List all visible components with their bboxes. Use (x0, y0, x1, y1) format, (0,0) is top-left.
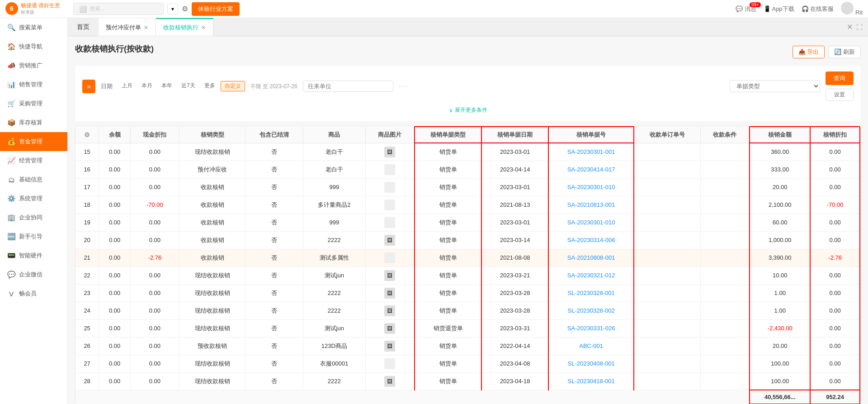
td-doc-type: 销货单 (415, 161, 481, 178)
sidebar-item-sales[interactable]: 📊 销售管理 (0, 75, 67, 94)
refresh-btn[interactable]: 🔄 刷新 (828, 46, 861, 58)
td-condition (700, 266, 750, 284)
doc-no-link[interactable]: SL-20230328-002 (568, 307, 615, 314)
td-doc-no: SA-20230331-026 (548, 319, 634, 337)
tab-bar-right: ✕ ⛶ (847, 23, 868, 31)
doc-no-link[interactable]: SL-20230328-001 (568, 290, 615, 296)
sidebar-item-finance[interactable]: 💰 资金管理 (0, 132, 67, 151)
col-settings-icon[interactable]: ⚙ (84, 131, 90, 138)
td-write-off-type: 收款核销 (179, 214, 245, 231)
tab-home[interactable]: 首页 (68, 18, 99, 36)
td-balance: 0.00 (99, 249, 131, 266)
td-amount: -2,430.00 (750, 319, 810, 337)
sidebar-item-shortcut[interactable]: 🏠 快捷导航 (0, 37, 67, 56)
tab-receipt[interactable]: 收款核销执行 ✕ (156, 18, 213, 36)
online-service-btn[interactable]: 🎧 在线客服 (802, 5, 834, 13)
doc-no-link[interactable]: SA-20230414-017 (567, 166, 615, 173)
user-avatar (841, 2, 854, 14)
sidebar-item-hardware[interactable]: 📟 智能硬件 (0, 246, 67, 265)
date-tab-last-month[interactable]: 上月 (118, 81, 136, 91)
td-goods: 衣服00001 (303, 355, 365, 372)
export-btn[interactable]: 📤 导出 (793, 46, 825, 58)
td-order-no (634, 319, 700, 337)
date-tab-this-month[interactable]: 本月 (138, 81, 156, 91)
td-write-off-type: 现结收款核销 (179, 302, 245, 319)
td-cash-discount: 0.00 (130, 372, 179, 390)
goods-img-cell: 🖼 (365, 337, 415, 355)
doc-no-link[interactable]: SA-20230314-008 (567, 237, 615, 243)
td-goods: 测试jun (303, 266, 365, 284)
td-condition (700, 337, 750, 355)
doc-no-link[interactable]: ABC-001 (579, 342, 603, 349)
date-tab-7days[interactable]: 近7天 (178, 81, 199, 91)
doc-no-link[interactable]: SA-20210808-001 (567, 254, 615, 261)
sidebar-item-purchase[interactable]: 🛒 采购管理 (0, 94, 67, 113)
industry-btn[interactable]: 休验行业方案 (192, 2, 240, 16)
td-order-no (634, 214, 700, 231)
tab-prepay-close[interactable]: ✕ (144, 24, 148, 31)
sidebar-item-system[interactable]: ⚙️ 系统管理 (0, 189, 67, 208)
td-no: 26 (75, 337, 99, 355)
doc-no-link[interactable]: SL-20230418-001 (568, 378, 615, 385)
home-icon: 🏠 (7, 43, 15, 51)
voucher-type-select[interactable]: 单据类型 (730, 80, 820, 92)
message-badge: 99+ (750, 2, 761, 7)
message-btn[interactable]: 💬 消息 99+ (736, 5, 756, 13)
td-write-off-type: 现结收款核销 (179, 355, 245, 372)
date-tab-more[interactable]: 更多 (201, 81, 219, 91)
td-included: 否 (245, 161, 303, 178)
goods-img-cell (365, 355, 415, 372)
td-cash-discount: 0.00 (130, 143, 179, 161)
tab-receipt-close[interactable]: ✕ (201, 24, 206, 31)
gear-btn[interactable]: ⚙ (182, 5, 188, 13)
sidebar-item-operation[interactable]: 📈 经营管理 (0, 151, 67, 170)
sidebar-item-corp[interactable]: 🏢 企业协同 (0, 208, 67, 227)
sidebar-item-marketing[interactable]: 📣 营销推广 (0, 56, 67, 75)
doc-no-link[interactable]: SA-20230331-026 (567, 325, 615, 332)
td-balance: 0.00 (99, 143, 131, 161)
settings-btn[interactable]: 设置 (826, 89, 854, 101)
sidebar-item-member[interactable]: V 畅会员 (0, 284, 67, 303)
td-amount: 2,100.00 (750, 196, 810, 214)
td-no: 19 (75, 214, 99, 231)
table-row: 24 0.00 0.00 现结收款核销 否 2222 🖼 销货单 2023-03… (75, 302, 860, 319)
doc-no-link[interactable]: SA-20230301-001 (567, 148, 615, 155)
dropdown-btn[interactable]: ▾ (167, 4, 178, 14)
date-tab-this-year[interactable]: 本年 (158, 81, 176, 91)
partner-input[interactable] (303, 81, 393, 92)
window-expand-btn[interactable]: ⛶ (856, 24, 863, 31)
guide-icon: 🆕 (7, 233, 15, 241)
expand-filter-btn[interactable]: » (82, 80, 95, 93)
total-discount: 952.24 (810, 390, 860, 404)
sidebar-item-inventory[interactable]: 📦 库存核算 (0, 113, 67, 132)
totals-label (75, 390, 750, 404)
td-cash-discount: -70.00 (130, 196, 179, 214)
td-cash-discount: 0.00 (130, 284, 179, 302)
sidebar-item-guide[interactable]: 🆕 新手引导 (0, 227, 67, 246)
sidebar-item-search[interactable]: 🔍 搜索菜单 (0, 18, 67, 37)
td-no: 22 (75, 266, 99, 284)
top-center: ⬜ 搜索... ▾ ⚙ 休验行业方案 (73, 2, 736, 16)
expand-more-btn[interactable]: ∨ 展开更多条件 (82, 105, 854, 116)
query-btn[interactable]: 查询 (826, 71, 854, 85)
search-box[interactable]: ⬜ 搜索... (73, 3, 164, 15)
sidebar-item-wechat[interactable]: 💬 企业微信 (0, 265, 67, 284)
window-close-btn[interactable]: ✕ (847, 23, 853, 31)
app-download-btn[interactable]: 📱 App下载 (764, 5, 794, 13)
td-balance: 0.00 (99, 355, 131, 372)
tab-prepay[interactable]: 预付冲应付单 ✕ (99, 18, 156, 36)
finance-icon: 💰 (7, 138, 15, 146)
td-order-no (634, 284, 700, 302)
user-area[interactable]: Rit (841, 2, 863, 16)
td-doc-type: 销货单 (415, 196, 481, 214)
td-order-no (634, 372, 700, 390)
doc-no-link[interactable]: SA-20230301-010 (567, 184, 615, 190)
doc-no-link[interactable]: SA-20230301-010 (567, 219, 615, 226)
doc-no-link[interactable]: SA-20230321-012 (567, 272, 615, 279)
td-amount: 100.00 (750, 372, 810, 390)
doc-no-link[interactable]: SA-20210813-001 (567, 201, 615, 208)
sidebar-item-basic[interactable]: 🗂 基础信息 (0, 170, 67, 189)
date-tab-custom[interactable]: 自定义 (221, 81, 245, 91)
doc-no-link[interactable]: SL-20230408-001 (568, 360, 615, 367)
sidebar-label-hardware: 智能硬件 (19, 252, 42, 260)
